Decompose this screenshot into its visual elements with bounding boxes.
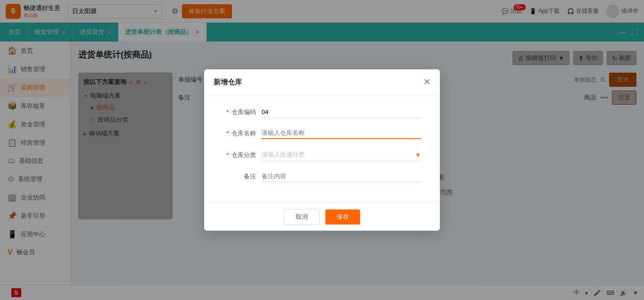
form-name-label: * 仓库名称 — [223, 129, 256, 138]
required-star-category: * — [226, 151, 229, 158]
category-placeholder: 请输入所属分类 — [262, 150, 305, 159]
modal-header: 新增仓库 ✕ — [204, 69, 440, 95]
warehouse-category-select[interactable]: 请输入所属分类 ▼ — [262, 149, 421, 161]
form-code-label: * 仓库编码 — [223, 108, 256, 117]
form-row-name: * 仓库名称 — [223, 127, 421, 139]
form-category-label: * 仓库分类 — [223, 151, 256, 159]
code-label-text: 仓库编码 — [231, 108, 256, 116]
modal-footer: 取消 保存 — [204, 203, 440, 231]
save-button[interactable]: 保存 — [325, 209, 360, 225]
required-star-name: * — [226, 130, 229, 137]
warehouse-name-input[interactable] — [262, 127, 421, 139]
modal-overlay: 新增仓库 ✕ * 仓库编码 * 仓库名称 — [0, 0, 644, 300]
cancel-button[interactable]: 取消 — [284, 209, 320, 225]
form-row-code: * 仓库编码 — [223, 107, 421, 118]
modal-title: 新增仓库 — [214, 78, 242, 87]
modal-close-btn[interactable]: ✕ — [423, 77, 430, 87]
form-row-category: * 仓库分类 请输入所属分类 ▼ — [223, 149, 421, 161]
warehouse-note-input[interactable] — [262, 171, 421, 182]
form-row-note: 备注 — [223, 171, 421, 182]
category-label-text: 仓库分类 — [231, 151, 256, 158]
form-note-label: 备注 — [223, 172, 256, 181]
note-label-text: 备注 — [244, 173, 256, 180]
modal-body: * 仓库编码 * 仓库名称 * 仓库分类 请输入所属 — [204, 95, 440, 203]
category-dropdown-icon: ▼ — [415, 151, 421, 158]
name-label-text: 仓库名称 — [231, 130, 256, 137]
warehouse-code-input[interactable] — [262, 107, 421, 118]
required-star-code: * — [226, 108, 229, 116]
add-warehouse-modal: 新增仓库 ✕ * 仓库编码 * 仓库名称 — [204, 69, 440, 231]
